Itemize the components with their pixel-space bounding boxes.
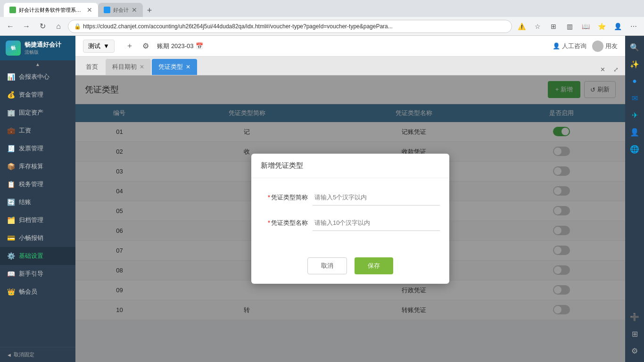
sidebar-icon-salary: 💼: [7, 126, 15, 135]
address-input[interactable]: 🔒 https://cloud2.chanjet.com/accounting/…: [68, 20, 512, 33]
tab-label-subject: 科目期初: [112, 63, 137, 71]
tab-label-voucher-type: 凭证类型: [158, 63, 183, 71]
sidebar-header: 畅 畅捷通好会计 流畅版: [0, 36, 75, 60]
right-sidebar-bottom: ➕ ⊞ ⚙: [627, 309, 642, 358]
sidebar-item-member[interactable]: 👑畅会员: [0, 283, 75, 301]
user-avatar: [592, 41, 603, 52]
split-button[interactable]: ▥: [563, 20, 576, 33]
bookmark-button[interactable]: ☆: [531, 20, 544, 33]
sidebar-item-checkout[interactable]: 🔄结账: [0, 193, 75, 211]
top-bar: 测试 ▼ ＋ ⚙ 账期 2023-03 📅 👤 人工咨询 用友: [75, 36, 625, 57]
right-add-btn[interactable]: ➕: [627, 309, 642, 324]
full-name-label: *凭证类型名称: [261, 219, 313, 227]
tab-label-home: 首页: [86, 63, 98, 71]
page-tab-subject[interactable]: 科目期初✕: [106, 59, 151, 75]
sidebar-item-settings[interactable]: ⚙️基础设置: [0, 247, 75, 265]
content-wrapper: 凭证类型 + 新增 ↺ 刷新 编号凭证类型简称凭证类型名称是否启用: [75, 75, 625, 362]
sidebar-icon-assets: 🏢: [7, 108, 15, 117]
sidebar-item-tax[interactable]: 📋税务管理: [0, 175, 75, 193]
back-button[interactable]: ←: [4, 20, 17, 33]
save-button[interactable]: 保存: [355, 257, 393, 274]
unpin-label: 取消固定: [14, 351, 34, 358]
right-settings-btn[interactable]: ⚙: [627, 343, 642, 358]
sidebar-icon-guide: 📖: [7, 270, 15, 278]
tab-bar: 好会计云财务软件管理系统_会计 ✕ 好会计 ✕ +: [0, 0, 644, 17]
app-title: 畅捷通好会计: [25, 41, 61, 49]
right-search-btn[interactable]: 🔍: [627, 40, 642, 55]
tab-close-2[interactable]: ✕: [132, 6, 137, 14]
add-button[interactable]: ⭐: [595, 20, 608, 33]
unpin-icon: ◄: [7, 352, 12, 358]
sidebar-item-archive[interactable]: 🗂️归档管理: [0, 211, 75, 229]
reload-button[interactable]: ↻: [36, 20, 49, 33]
cancel-button[interactable]: 取消: [307, 257, 347, 274]
browser-chrome: 好会计云财务软件管理系统_会计 ✕ 好会计 ✕ + ← → ↻ ⌂ 🔒 http…: [0, 0, 644, 36]
sidebar-label-dashboard: 会报表中心: [19, 73, 50, 81]
period-label: 账期: [157, 42, 169, 50]
sidebar-icon-settings: ⚙️: [7, 252, 15, 260]
consult-button[interactable]: 👤 人工咨询: [553, 42, 586, 50]
settings-icon[interactable]: ⚙: [140, 41, 151, 52]
tab-favicon-1: [9, 7, 16, 13]
reading-view-button[interactable]: 📖: [579, 20, 592, 33]
tab-close-window[interactable]: ✕: [597, 64, 608, 75]
sidebar-nav: 📊会报表中心💰资金管理🏢固定资产💼工资🧾发票管理📦库存核算📋税务管理🔄结账🗂️归…: [0, 68, 75, 347]
right-send-btn[interactable]: ✈: [627, 107, 642, 123]
short-name-label: *凭证类型简称: [261, 193, 313, 202]
browser-tab-1[interactable]: 好会计云财务软件管理系统_会计 ✕: [4, 3, 98, 17]
new-tab-button[interactable]: +: [143, 4, 156, 17]
right-mail-btn[interactable]: ✉: [627, 90, 642, 106]
sidebar-label-checkout: 结账: [19, 198, 31, 206]
short-name-row: *凭证类型简称: [261, 189, 440, 206]
modal-title: 新增凭证类型: [261, 161, 303, 169]
full-name-input[interactable]: [313, 215, 440, 231]
browser-tab-2[interactable]: 好会计 ✕: [98, 3, 143, 17]
home-button[interactable]: ⌂: [52, 20, 65, 33]
sidebar-label-tax: 税务管理: [19, 180, 43, 189]
sidebar-label-finance: 资金管理: [19, 90, 43, 99]
sidebar-item-salary[interactable]: 💼工资: [0, 122, 75, 140]
sidebar-icon-inventory: 📦: [7, 162, 15, 171]
right-user-btn[interactable]: 👤: [627, 124, 642, 140]
tab-search-button[interactable]: ⊞: [547, 20, 560, 33]
main-content: 测试 ▼ ＋ ⚙ 账期 2023-03 📅 👤 人工咨询 用友: [75, 36, 625, 362]
sidebar-icon-invoice: 🧾: [7, 144, 15, 153]
short-name-required: *: [268, 194, 270, 201]
page-tab-home[interactable]: 首页: [79, 59, 105, 75]
more-button[interactable]: ⋯: [627, 20, 640, 33]
right-blue-btn[interactable]: ●: [627, 74, 642, 89]
right-globe-btn[interactable]: 🌐: [627, 141, 642, 156]
sidebar-unpin[interactable]: ◄ 取消固定: [0, 347, 75, 362]
user-button[interactable]: 用友: [592, 41, 618, 52]
profile-button[interactable]: 👤: [611, 20, 624, 33]
sidebar-item-assets[interactable]: 🏢固定资产: [0, 104, 75, 122]
full-name-required: *: [268, 219, 270, 226]
page-tab-voucher-type[interactable]: 凭证类型✕: [152, 59, 197, 75]
forward-button[interactable]: →: [20, 20, 33, 33]
sidebar-item-guide[interactable]: 📖新手引导: [0, 265, 75, 283]
short-name-input[interactable]: [313, 189, 440, 206]
address-bar: ← → ↻ ⌂ 🔒 https://cloud2.chanjet.com/acc…: [0, 17, 644, 36]
sidebar-item-finance[interactable]: 💰资金管理: [0, 86, 75, 104]
company-name: 测试: [88, 42, 100, 50]
company-selector[interactable]: 测试 ▼: [83, 40, 115, 53]
sidebar-label-assets: 固定资产: [19, 108, 43, 117]
sidebar-scroll-up[interactable]: ▲: [0, 60, 75, 68]
tab-close-1[interactable]: ✕: [87, 6, 92, 14]
sidebar-icon-checkout: 🔄: [7, 198, 15, 206]
right-star-btn[interactable]: ✨: [627, 57, 642, 72]
sidebar-item-dashboard[interactable]: 📊会报表中心: [0, 68, 75, 86]
sidebar-item-expense[interactable]: 💳小畅报销: [0, 229, 75, 247]
modal-header: 新增凭证类型: [251, 154, 449, 178]
tab-expand-window[interactable]: ⤢: [610, 64, 621, 75]
tab-close-voucher-type[interactable]: ✕: [186, 64, 190, 70]
sidebar-item-inventory[interactable]: 📦库存核算: [0, 157, 75, 175]
modal-footer: 取消 保存: [251, 252, 449, 284]
right-grid-btn[interactable]: ⊞: [627, 326, 642, 341]
add-company-icon[interactable]: ＋: [124, 41, 135, 52]
extensions-button[interactable]: ⚠️: [515, 20, 528, 33]
sidebar-item-invoice[interactable]: 🧾发票管理: [0, 140, 75, 157]
sidebar-icon-archive: 🗂️: [7, 216, 15, 224]
tab-close-subject[interactable]: ✕: [140, 64, 144, 70]
sidebar-label-expense: 小畅报销: [19, 234, 43, 242]
